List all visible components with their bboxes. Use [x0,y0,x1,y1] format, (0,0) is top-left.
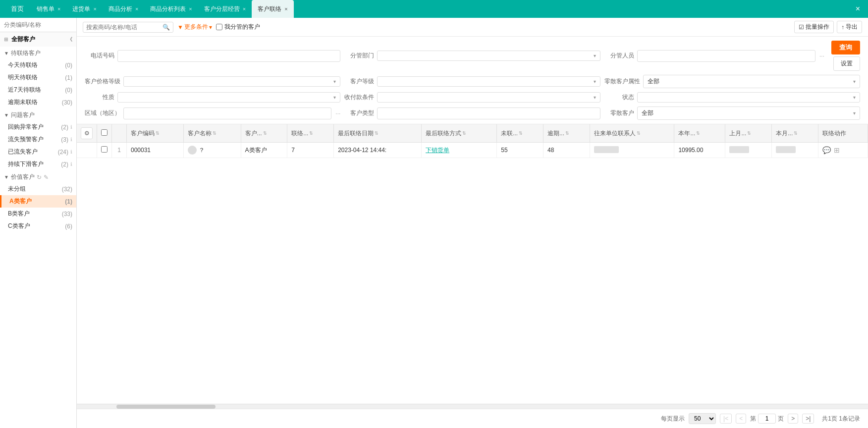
grid-action-icon[interactable]: ⊞ [834,146,840,154]
retail-select[interactable]: 全部 ▾ [637,107,860,120]
last-month-sort-icon: ⇅ [747,131,751,136]
nav-home[interactable]: 首页 [4,0,31,18]
sidebar-item-churned[interactable]: 已流失客户 (24) ℹ [0,146,76,158]
region-label: 区域（地区） [85,109,120,117]
more-filters-button[interactable]: ▼ 更多条件 ▾ [177,23,212,31]
value-refresh-icon[interactable]: ↻ [37,174,42,181]
this-month-sort-icon: ⇅ [794,131,798,136]
sidebar-group-problem[interactable]: ▼ 问题客户 [0,108,76,121]
sidebar-all-customers[interactable]: ⊞ 全部客户 《 [0,32,76,47]
first-page-button[interactable]: |< [720,414,732,424]
nav-tab-analysis[interactable]: 商品分析 × [103,0,144,18]
td-overdue: 48 [543,143,590,158]
customer-level-select[interactable]: ▾ [377,76,600,87]
customer-type-input[interactable] [377,107,600,119]
window-close-button[interactable]: × [852,4,864,13]
sidebar-item-tomorrow[interactable]: 明天待联络 (1) [0,71,76,84]
main-search-icon[interactable]: 🔍 [163,24,170,31]
next-page-button[interactable]: > [788,414,798,424]
nav-tab-purchase[interactable]: 进货单 × [66,0,102,18]
this-month-placeholder [776,146,796,153]
th-last-method[interactable]: 最后联络方式 ⇅ [422,124,497,143]
th-this-month[interactable]: 本月... ⇅ [772,124,818,143]
scroll-thumb[interactable] [116,405,216,409]
th-contact[interactable]: 联络... ⇅ [287,124,334,143]
th-last-date-label: 最后联络日期 [338,129,374,138]
payment-select[interactable]: ▾ [377,92,600,103]
sidebar-group-value[interactable]: ▼ 价值客户 ↻ ✎ [0,170,76,183]
filter-row-manager: 分管人员 ··· 查询 设置 [604,41,860,71]
manager-dots[interactable]: ··· [819,53,824,59]
sidebar-item-today[interactable]: 今天待联络 (0) [0,59,76,71]
th-this-year[interactable]: 本年... ⇅ [674,124,725,143]
filter-row-retail: 零散客户 全部 ▾ [604,107,860,120]
status-select[interactable]: ▾ [637,92,860,103]
nav-tab-customer-tier[interactable]: 客户分层经营 × [198,0,252,18]
nav-tab-purchase-close[interactable]: × [93,6,96,12]
export-button[interactable]: ↑ 导出 [837,21,862,33]
page-size-select[interactable]: 50 100 200 [689,413,716,424]
filter-row-retail-attr: 零散客户属性 全部 ▾ [604,75,860,88]
class-b-label: B类客户 [8,210,30,218]
select-all-checkbox[interactable] [101,129,108,136]
main-search-input[interactable] [86,24,161,31]
query-button[interactable]: 查询 [831,41,860,54]
customer-level-arrow: ▾ [594,79,596,84]
manager-input[interactable] [637,50,815,62]
nav-tab-sales-close[interactable]: × [57,6,60,12]
th-last-date[interactable]: 最后联络日期 ⇅ [334,124,422,143]
th-prev-contact[interactable]: 往来单位联系人 ⇅ [590,124,674,143]
sidebar-search-input[interactable] [4,21,77,28]
sidebar-item-class-c[interactable]: C类客户 (6) [0,220,76,232]
value-arrow: ▼ [4,174,9,180]
overdue-label: 逾期未联络 [8,98,38,107]
sidebar-collapse-icon[interactable]: 《 [67,36,72,43]
table-settings-button[interactable]: ⚙ [81,127,93,139]
nav-tab-analysis-close[interactable]: × [135,6,138,12]
phone-input[interactable] [117,50,340,62]
dept-select[interactable]: ▾ [377,51,600,61]
batch-ops-button[interactable]: ☑ 批量操作 [794,21,834,33]
nav-tab-analysis-list-close[interactable]: × [189,6,192,12]
sidebar-item-7days[interactable]: 近7天待联络 (0) [0,84,76,96]
comment-action-icon[interactable]: 💬 [822,146,831,154]
price-level-select[interactable]: ▾ [123,76,340,87]
th-name[interactable]: 客户名称 ⇅ [184,124,241,143]
region-dots[interactable]: ··· [335,110,340,117]
th-code[interactable]: 客户编码 ⇅ [127,124,184,143]
overdue-badge: (30) [62,99,72,106]
nav-tab-sales[interactable]: 销售单 × [31,0,66,18]
th-num [112,124,127,143]
page-number-input[interactable] [758,414,776,424]
th-prev-contact-label: 往来单位联系人 [594,129,636,138]
th-overdue[interactable]: 逾期... ⇅ [543,124,590,143]
nav-tab-customer-contact-close[interactable]: × [284,6,287,12]
nature-select[interactable]: ▾ [117,92,340,103]
th-type[interactable]: 客户... ⇅ [241,124,287,143]
sidebar-item-class-b[interactable]: B类客户 (33) [0,208,76,220]
settings-button[interactable]: 设置 [833,56,860,71]
retail-attr-select[interactable]: 全部 ▾ [643,75,860,88]
prev-page-button[interactable]: < [736,414,746,424]
my-customers-check[interactable] [216,24,222,30]
sidebar-item-ungrouped[interactable]: 未分组 (32) [0,183,76,195]
sidebar-item-abnormal[interactable]: 回购异常客户 (2) ℹ [0,121,76,133]
horizontal-scrollbar[interactable] [77,404,868,409]
nav-tab-customer-tier-close[interactable]: × [243,6,246,12]
phone-label: 电话号码 [85,52,114,60]
sidebar-item-declining[interactable]: 持续下滑客户 (2) ℹ [0,158,76,170]
nav-tab-analysis-list[interactable]: 商品分析列表 × [144,0,198,18]
sidebar-group-pending[interactable]: ▼ 待联络客户 [0,47,76,59]
th-no-contact[interactable]: 未联... ⇅ [497,124,543,143]
nav-tab-customer-contact[interactable]: 客户联络 × [252,0,293,18]
sidebar-item-overdue[interactable]: 逾期未联络 (30) [0,96,76,108]
sidebar-item-class-a[interactable]: A类客户 (1) [0,195,76,208]
my-customers-checkbox[interactable]: 我分管的客户 [216,23,260,31]
sidebar-item-churn-risk[interactable]: 流失预警客户 (3) ℹ [0,133,76,146]
th-last-month[interactable]: 上月... ⇅ [725,124,772,143]
region-input[interactable] [123,107,331,119]
row-checkbox[interactable] [101,146,108,153]
last-page-button[interactable]: >| [802,414,814,424]
value-edit-icon[interactable]: ✎ [44,174,49,181]
last-method-link[interactable]: 下销货单 [426,147,449,154]
